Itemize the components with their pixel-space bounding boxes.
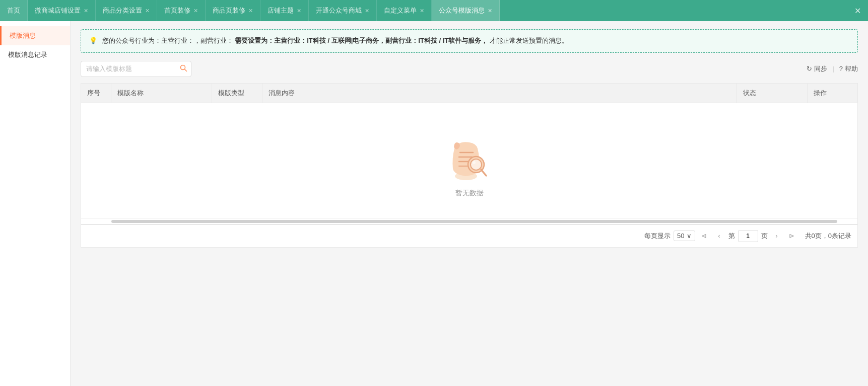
- close-tab-custom-menu[interactable]: ✕: [420, 8, 424, 14]
- close-tab-template-msg[interactable]: ✕: [488, 8, 492, 14]
- horizontal-scrollbar[interactable]: [81, 218, 858, 224]
- search-input-wrap: [81, 61, 191, 77]
- next-page-button[interactable]: ›: [771, 230, 783, 242]
- page-size-select[interactable]: 50 ∨: [674, 230, 695, 241]
- close-tab-category-settings[interactable]: ✕: [145, 8, 150, 14]
- col-type: 模版类型: [212, 83, 262, 103]
- tab-shop-theme[interactable]: 店铺主题 ✕: [260, 0, 309, 21]
- search-icon: [180, 64, 187, 72]
- close-tab-open-mall[interactable]: ✕: [365, 8, 369, 14]
- tab-bar-close-all[interactable]: ✕: [847, 6, 868, 16]
- col-index: 序号: [81, 83, 111, 103]
- pagination: 每页显示 50 ∨ ⊲ ‹ 第 页 › ⊳ 共0页，0条记录: [81, 224, 858, 248]
- tab-custom-menu[interactable]: 自定义菜单 ✕: [377, 0, 432, 21]
- sync-icon: ↻: [807, 65, 812, 72]
- chevron-down-icon: ∨: [687, 232, 692, 240]
- tab-homepage-deco[interactable]: 首页装修 ✕: [157, 0, 206, 21]
- empty-state: 暂无数据: [81, 103, 857, 218]
- page-number-input[interactable]: [738, 230, 758, 242]
- svg-point-11: [473, 161, 476, 164]
- tab-bar: 首页 微商城店铺设置 ✕ 商品分类设置 ✕ 首页装修 ✕ 商品页装修 ✕ 店铺主…: [0, 0, 868, 21]
- content-area: 💡 您的公众号行业为：主营行业：，副营行业： 需要设置为：主营行业：IT科技 /…: [71, 21, 868, 386]
- help-icon: ?: [839, 65, 843, 72]
- col-name: 模版名称: [111, 83, 212, 103]
- close-tab-store-settings[interactable]: ✕: [84, 8, 88, 14]
- main-layout: 模版消息 模版消息记录 💡 您的公众号行业为：主营行业：，副营行业： 需要设置为…: [0, 21, 868, 386]
- svg-line-10: [481, 170, 486, 176]
- search-bar: ↻ 同步 | ? 帮助: [81, 61, 858, 77]
- page-label: 页: [761, 231, 768, 241]
- col-action: 操作: [808, 83, 858, 103]
- sidebar: 模版消息 模版消息记录: [0, 21, 71, 386]
- sync-button[interactable]: ↻ 同步: [807, 64, 827, 73]
- svg-line-1: [185, 69, 187, 71]
- empty-text: 暂无数据: [455, 189, 484, 198]
- search-input[interactable]: [81, 61, 191, 77]
- toolbar-right: ↻ 同步 | ? 帮助: [807, 64, 858, 73]
- tab-open-mall[interactable]: 开通公众号商城 ✕: [309, 0, 377, 21]
- col-content: 消息内容: [262, 83, 737, 103]
- page-di-label: 第: [728, 231, 735, 241]
- tab-store-settings[interactable]: 微商城店铺设置 ✕: [28, 0, 96, 21]
- scrollbar-track: [111, 220, 837, 223]
- tab-product-deco[interactable]: 商品页装修 ✕: [206, 0, 260, 21]
- page-size-label: 每页显示: [644, 231, 671, 241]
- close-tab-shop-theme[interactable]: ✕: [297, 8, 301, 14]
- data-table: 序号 模版名称 模版类型 消息内容 状态 操作: [81, 83, 858, 218]
- prev-page-button[interactable]: ‹: [713, 230, 725, 242]
- total-info: 共0页，0条记录: [805, 231, 851, 241]
- search-button[interactable]: [180, 64, 187, 73]
- tab-home[interactable]: 首页: [0, 0, 28, 21]
- col-status: 状态: [737, 83, 808, 103]
- last-page-button[interactable]: ⊳: [786, 230, 798, 242]
- close-tab-homepage-deco[interactable]: ✕: [193, 8, 198, 14]
- help-button[interactable]: ? 帮助: [839, 64, 858, 73]
- table-header-row: 序号 模版名称 模版类型 消息内容 状态 操作: [81, 83, 858, 103]
- tab-template-msg[interactable]: 公众号模版消息 ✕: [432, 0, 500, 21]
- notice-icon: 💡: [89, 37, 97, 44]
- toolbar-divider: |: [832, 65, 834, 72]
- tab-category-settings[interactable]: 商品分类设置 ✕: [96, 0, 157, 21]
- sidebar-item-template-records[interactable]: 模版消息记录: [0, 45, 70, 64]
- empty-illustration: [442, 133, 497, 189]
- sidebar-item-template-msg[interactable]: 模版消息: [0, 26, 70, 45]
- notice-banner: 💡 您的公众号行业为：主营行业：，副营行业： 需要设置为：主营行业：IT科技 /…: [81, 29, 858, 53]
- close-tab-product-deco[interactable]: ✕: [248, 8, 253, 14]
- first-page-button[interactable]: ⊲: [698, 230, 710, 242]
